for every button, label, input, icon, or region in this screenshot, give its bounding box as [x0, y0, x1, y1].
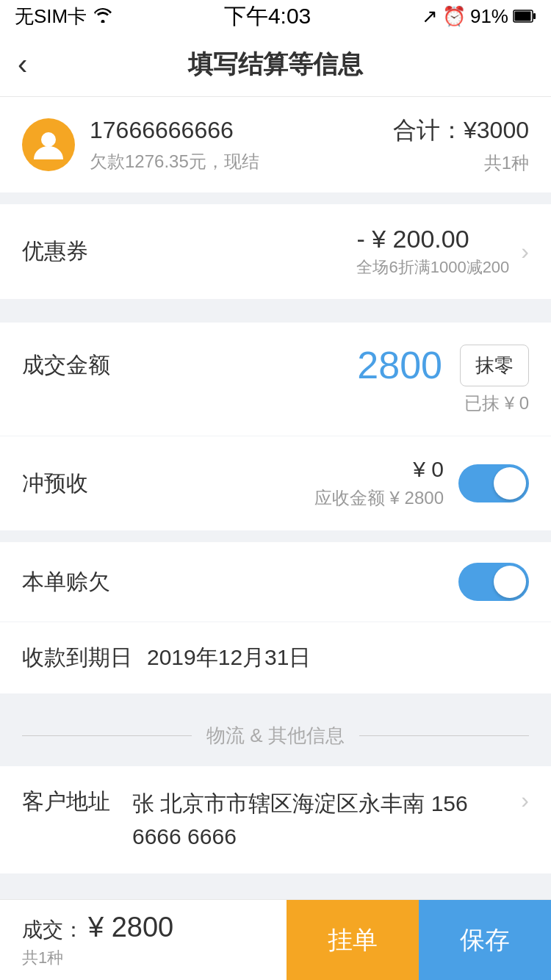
battery-percent: 91%	[470, 5, 508, 28]
coupon-discount: - ¥ 200.00	[356, 225, 509, 253]
address-label: 客户地址	[22, 787, 110, 817]
address-chevron: ›	[521, 787, 529, 814]
section-divider-3	[0, 693, 551, 705]
hang-button[interactable]: 挂单	[287, 900, 419, 981]
status-bar-left: 无SIM卡	[15, 4, 113, 29]
precharge-amount-info: ¥ 0 应收金额 ¥ 2800	[314, 457, 444, 510]
section-divider-2	[0, 530, 551, 542]
save-button[interactable]: 保存	[419, 900, 551, 981]
user-icon	[30, 126, 67, 163]
logistics-header: 物流 & 其他信息	[0, 705, 551, 766]
precharge-right: ¥ 0 应收金额 ¥ 2800	[314, 457, 529, 510]
amount-right: 2800 抹零	[357, 343, 529, 387]
no-sim-label: 无SIM卡	[15, 4, 87, 29]
customer-left: 17666666666 欠款1276.35元，现结	[22, 117, 259, 173]
coupon-right: - ¥ 200.00 全场6折满1000减200 ›	[356, 225, 529, 278]
amount-label: 成交金额	[22, 350, 110, 381]
back-button[interactable]: ‹	[18, 48, 27, 81]
location-icon: ↗	[422, 5, 438, 28]
amount-value: 2800	[357, 343, 442, 387]
page-title: 填写结算等信息	[188, 48, 363, 82]
precharge-toggle[interactable]	[458, 464, 529, 502]
customer-phone: 17666666666	[90, 117, 259, 144]
chevron-right-icon: ›	[521, 238, 529, 265]
status-bar: 无SIM卡 下午4:03 ↗ ⏰ 91%	[0, 0, 551, 32]
debt-toggle-knob	[494, 566, 526, 598]
precharge-section: 冲预收 ¥ 0 应收金额 ¥ 2800	[0, 436, 551, 530]
battery-icon	[513, 5, 536, 28]
amount-row: 成交金额 2800 抹零	[22, 343, 529, 387]
precharge-label: 冲预收	[22, 469, 88, 499]
logistics-line-right	[359, 735, 529, 736]
duedate-value: 2019年12月31日	[147, 643, 311, 673]
bottom-summary: 成交： ¥ 2800 共1种	[0, 912, 287, 969]
precharge-receivable: 应收金额 ¥ 2800	[314, 486, 444, 510]
address-section[interactable]: 客户地址 张 北京市市辖区海淀区永丰南 156 6666 6666 ›	[0, 766, 551, 873]
debt-toggle[interactable]	[458, 563, 529, 601]
customer-right: 合计：¥3000 共1种	[393, 115, 529, 175]
alarm-icon: ⏰	[442, 5, 466, 28]
coupon-label: 优惠券	[22, 237, 88, 267]
nav-bar: ‹ 填写结算等信息	[0, 32, 551, 97]
duedate-label: 收款到期日	[22, 643, 132, 673]
bottom-bar: 成交： ¥ 2800 共1种 挂单 保存	[0, 899, 551, 980]
customer-debt: 欠款1276.35元，现结	[90, 150, 259, 173]
status-bar-right: ↗ ⏰ 91%	[422, 5, 536, 28]
toggle-knob	[494, 467, 526, 500]
debt-section: 本单赊欠	[0, 542, 551, 621]
customer-info: 17666666666 欠款1276.35元，现结	[90, 117, 259, 173]
amount-sub: 已抹 ¥ 0	[22, 392, 529, 415]
total-count: 共1种	[393, 151, 529, 175]
amount-section: 成交金额 2800 抹零 已抹 ¥ 0	[0, 323, 551, 436]
logistics-line-left	[22, 735, 192, 736]
status-bar-time: 下午4:03	[224, 1, 311, 32]
total-amount: 合计：¥3000	[393, 115, 529, 147]
section-divider-1	[0, 311, 551, 323]
round-button[interactable]: 抹零	[460, 345, 529, 386]
wifi-icon	[93, 5, 113, 28]
svg-point-3	[41, 132, 56, 147]
coupon-desc: 全场6折满1000减200	[356, 256, 509, 278]
deal-label: 成交：	[22, 916, 84, 944]
deal-row: 成交： ¥ 2800	[22, 912, 264, 944]
logistics-text: 物流 & 其他信息	[206, 723, 345, 749]
avatar	[22, 118, 75, 171]
precharge-value: ¥ 0	[314, 457, 444, 482]
bottom-count: 共1种	[22, 947, 264, 969]
main-content: 17666666666 欠款1276.35元，现结 合计：¥3000 共1种 优…	[0, 97, 551, 980]
address-value: 张 北京市市辖区海淀区永丰南 156 6666 6666	[132, 787, 521, 853]
svg-rect-2	[533, 13, 536, 19]
deal-amount: ¥ 2800	[88, 912, 173, 943]
duedate-section: 收款到期日 2019年12月31日	[0, 621, 551, 693]
coupon-info: - ¥ 200.00 全场6折满1000减200	[356, 225, 509, 278]
svg-rect-1	[514, 11, 530, 21]
customer-section: 17666666666 欠款1276.35元，现结 合计：¥3000 共1种	[0, 97, 551, 192]
coupon-section[interactable]: 优惠券 - ¥ 200.00 全场6折满1000减200 ›	[0, 204, 551, 299]
address-chevron-icon: ›	[521, 787, 529, 814]
debt-label: 本单赊欠	[22, 567, 110, 597]
